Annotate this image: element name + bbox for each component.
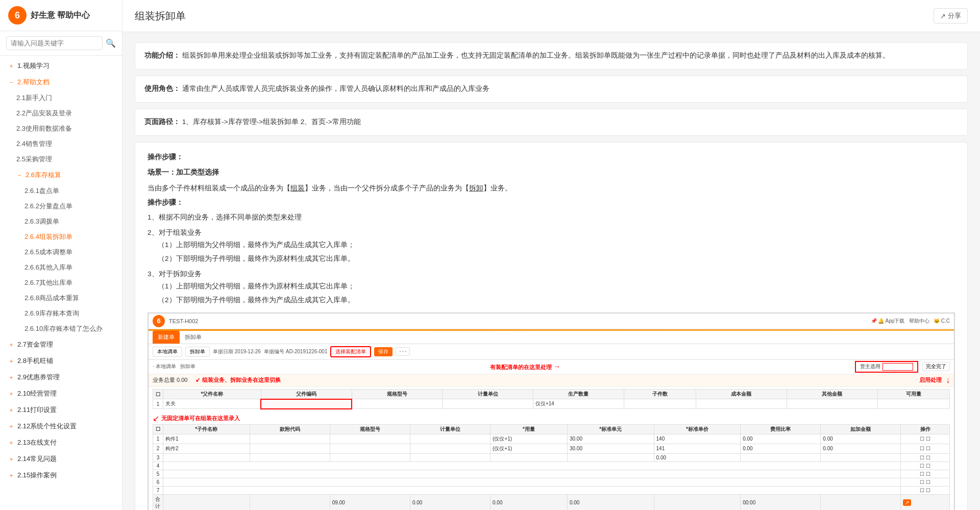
plus-icon-2-9: ＋ [8,373,14,382]
step2-sub1: （1）上部明细为父件明细，最终作为产成品生成其它入库单； [158,239,955,251]
ss-lower-row-5: 5 ☐ ☐ [153,470,950,478]
ss-more-btn[interactable]: · · · [396,347,410,356]
ss-lt-spec: 规格型号 [330,424,410,434]
ss-btn-draft[interactable]: 拆卸单 [185,347,210,357]
sidebar-item-video[interactable]: ＋ 1.视频学习 [0,58,122,74]
ss-footer-empty2 [250,494,330,510]
sidebar-item-2-6-8[interactable]: 2.6.8商品成本重算 [0,290,122,306]
sidebar-item-2-7[interactable]: ＋ 2.7资金管理 [0,336,122,353]
ss-lr3-std-unit [567,453,654,462]
sidebar-item-2-15[interactable]: ＋ 2.15操作案例 [0,467,122,483]
search-box: 🔍 [0,31,122,56]
sidebar-item-2-6-3[interactable]: 2.6.3调拨单 [0,214,122,229]
ss-th-check: ☐ [153,389,163,399]
ss-lr4-ops: ☐ ☐ [901,462,950,470]
logo-icon: 6 [8,6,27,25]
ss-lt-op: 操作 [901,424,950,434]
search-input[interactable] [6,36,103,50]
sidebar-item-2-11[interactable]: ＋ 2.11打印设置 [0,402,122,418]
ss-confirm-btn[interactable]: 完全完了 [922,362,950,371]
ss-lr2-amount: 0.00 [821,444,901,453]
logo-text: 好生意 帮助中心 [31,10,90,21]
ss-lr3-amount [821,453,901,462]
sidebar-item-2-6-5[interactable]: 2.6.5成本调整单 [0,245,122,260]
plus-icon-2-14: ＋ [8,455,14,464]
screenshot-wrapper: 6 TEST-H002 📌 🔔 App下载 帮助中心 🐱 C.C 新建单 拆卸单 [148,312,955,510]
ss-upper-cell-code [261,399,352,409]
sidebar-item-2-6[interactable]: － 2.6库存核算 [0,167,122,183]
sidebar-item-2-8[interactable]: ＋ 2.8手机旺铺 [0,353,122,369]
sidebar-item-2-10[interactable]: ＋ 2.10经营管理 [0,385,122,402]
ss-lr6-empty [163,478,901,486]
ss-tab-new[interactable]: 新建单 [153,331,180,344]
sidebar-item-2-2[interactable]: 2.2产品安装及登录 [0,106,122,121]
ss-upper-table-wrap: ☐ *父件名称 父件编码 规格型号 计量单位 生产数量 子件数 成本金额 其他金… [149,387,954,411]
sidebar-item-2-6-6[interactable]: 2.6.6其他入库单 [0,260,122,275]
sidebar-item-2-14[interactable]: ＋ 2.14常见问题 [0,451,122,467]
ss-lower-table: ☐ *子件名称 款附代码 规格型号 计量单位 *用量 *标准单元 *标准单价 费… [153,424,950,510]
ss-logo: 6 [153,315,165,327]
ss-lr4-empty [163,462,901,470]
ss-lr1-spec [330,434,410,444]
sidebar-item-docs[interactable]: － 2.帮助文档 [0,74,122,90]
ss-lower-row-4: 4 ☐ ☐ [153,462,950,470]
ss-lr3-fee [741,453,821,462]
ss-lr2-fee: 0.00 [741,444,821,453]
sidebar-item-2-6-10[interactable]: 2.6.10库存账本错了怎么办 [0,321,122,336]
path-label: 页面路径： [144,118,180,126]
step-1: 1、根据不同的业务，选择不同单据的类型来处理 [148,211,955,224]
ss-btn-cancel[interactable]: 本地调单 [153,347,182,357]
sidebar-item-2-6-4[interactable]: 2.6.4组装拆卸单 [0,229,122,245]
annotation1-arrow: → [553,362,560,371]
ss-lr2-ops: ☐ ☐ [901,444,950,453]
ss-lr2-name: 构件2 [163,444,250,453]
ss-lower-row-6: 6 ☐ ☐ [153,478,950,486]
sidebar-item-2-9[interactable]: ＋ 2.9优惠券管理 [0,369,122,385]
step3-sub2: （2）下部明细为子件明细，最终作为产成品生成其它入库单。 [158,294,955,306]
ss-lr6-check: 6 [153,478,163,486]
ss-assemble-btn[interactable]: 选择装配清单 [330,346,371,357]
ss-upper-cell-other [787,399,877,409]
sidebar-item-2-6-1[interactable]: 2.6.1盘点单 [0,183,122,199]
ss-owner-input[interactable] [883,363,913,371]
plus-icon-2-12: ＋ [8,422,14,431]
page-title: 组装拆卸单 [135,9,186,23]
search-button[interactable]: 🔍 [106,38,116,48]
sidebar-item-2-13[interactable]: ＋ 2.13在线支付 [0,434,122,451]
sidebar-item-2-1[interactable]: 2.1新手入门 [0,90,122,106]
ss-lt-name: *子件名称 [163,424,250,434]
sidebar-item-2-5[interactable]: 2.5采购管理 [0,152,122,167]
ss-lr2-unit [410,444,490,453]
steps2-label: 操作步骤： [148,198,955,207]
ss-lr2-check: 2 [153,444,163,453]
plus-icon-2-8: ＋ [8,357,14,366]
sidebar-item-2-6-2[interactable]: 2.6.2分量盘点单 [0,199,122,214]
role-text: 通常由生产人员或库管人员完成拆装业务的操作，库管人员确认原材料的出库和产成品的入… [182,85,489,92]
ss-save-btn[interactable]: 保存 [374,347,393,356]
ss-lr4-check: 4 [153,462,163,470]
sidebar-item-2-4[interactable]: 2.4销售管理 [0,136,122,152]
ss-lr3-std-price: 0.00 [654,453,741,462]
ss-th-qty: 生产数量 [533,389,624,399]
ss-expand-btn[interactable]: ↗ [903,499,911,506]
ss-footer-op [821,494,901,510]
ss-lr7-check: 7 [153,486,163,494]
sidebar-item-2-3[interactable]: 2.3使用前数据准备 [0,121,122,136]
ss-lr3-unit [410,453,490,462]
ss-th-spec: 规格型号 [352,389,443,399]
sidebar-item-2-12[interactable]: ＋ 2.12系统个性化设置 [0,418,122,434]
ss-tab-list[interactable]: 拆卸单 [180,331,207,344]
feature-text: 组装拆卸单用来处理企业组装或拆卸等加工业务，支持有固定装配清单的产品加工业务，也… [182,52,890,59]
ss-upper-cell-unit [443,399,533,409]
ss-lt-amount: 如加金额 [821,424,901,434]
path-block: 页面路径： 1、库存核算->库存管理->组装拆卸单 2、首页->常用功能 [135,109,968,136]
plus-icon: ＋ [8,62,14,70]
ss-lr6-ops: ☐ ☐ [901,478,950,486]
sidebar-item-2-6-7[interactable]: 2.6.7其他出库单 [0,275,122,290]
ss-annotation-row1: · 本地调单 拆卸单 有装配清单的在这里处理 → 货主选用 完全完了 [149,360,954,374]
ss-type-row: 业务总量 0.00 ↙ 组装业务、拆卸业务在这里切换 启用处理 ↓ [149,374,954,387]
share-button[interactable]: ↗ 分享 [934,8,968,23]
annotation3-arrow: ↓ [946,376,950,385]
sidebar-item-2-6-9[interactable]: 2.6.9库存账本查询 [0,306,122,321]
ss-owner-box: 货主选用 [855,361,918,373]
